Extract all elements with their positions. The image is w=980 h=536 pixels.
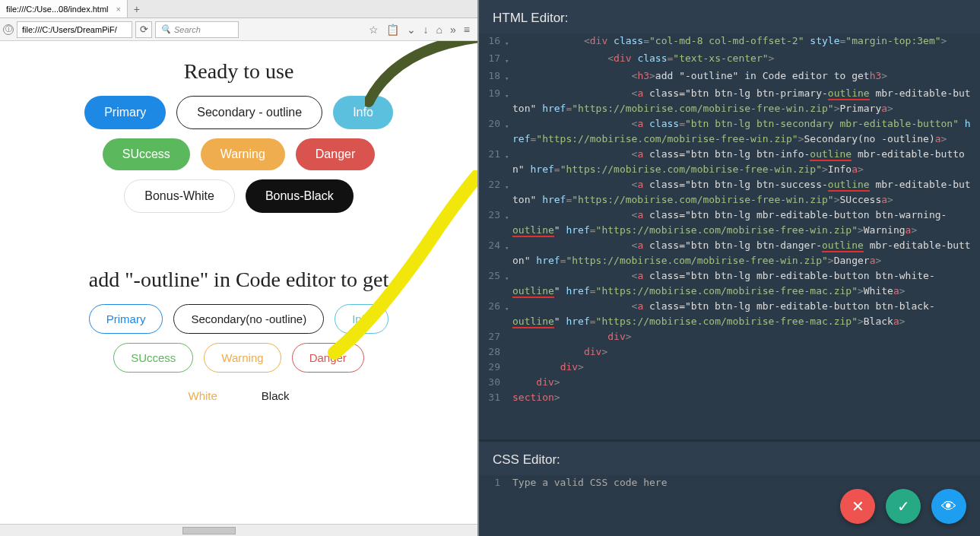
fold-icon[interactable]: ▾	[505, 68, 512, 86]
btn-danger[interactable]: Danger	[296, 138, 375, 170]
code-line[interactable]: 26▾ <a class="btn btn-lg mbr-editable-bu…	[479, 299, 980, 329]
site-info-icon[interactable]: ⓘ	[3, 24, 14, 35]
code-content: <a class="btn btn-lg btn-success-outline…	[512, 177, 980, 208]
overflow-icon[interactable]: »	[450, 24, 456, 36]
fold-icon[interactable]: ▾	[505, 268, 512, 286]
code-line[interactable]: 30 div>	[479, 375, 980, 390]
code-content: <a class="btn btn-lg btn-secondary mbr-e…	[512, 116, 980, 147]
bookmark-icon[interactable]: ☆	[369, 24, 379, 36]
code-content: div>	[512, 329, 980, 344]
code-content: <a class="btn btn-lg mbr-editable-button…	[512, 268, 980, 299]
line-number: 26	[479, 299, 505, 314]
downloads-icon[interactable]: ↓	[423, 24, 429, 36]
toolbar-icons: ☆ 📋 ⌄ ↓ ⌂ » ≡	[369, 24, 470, 36]
code-line[interactable]: 21▾ <a class="btn btn-lg btn-info-outlin…	[479, 147, 980, 177]
browser-window: file:///C:/Use...08/index.html × + ⓘ ⟳ 🔍…	[0, 0, 479, 536]
css-editor-title: CSS Editor:	[479, 442, 980, 475]
code-content: <h3>add "-outline" in Code editor to get…	[512, 68, 980, 84]
scrollbar-thumb[interactable]	[182, 527, 236, 534]
browser-tab[interactable]: file:///C:/Use...08/index.html ×	[0, 0, 128, 17]
fold-icon[interactable]	[505, 375, 512, 377]
code-line[interactable]: 18▾ <h3>add "-outline" in Code editor to…	[479, 68, 980, 86]
code-line[interactable]: 25▾ <a class="btn btn-lg mbr-editable-bu…	[479, 268, 980, 299]
code-line[interactable]: 27 div>	[479, 329, 980, 344]
line-number: 31	[479, 390, 505, 405]
fold-icon[interactable]: ▾	[505, 238, 512, 255]
close-tab-icon[interactable]: ×	[116, 5, 121, 14]
css-placeholder: Type a valid CSS code here	[512, 475, 980, 490]
btn-info-outline[interactable]: Info	[335, 304, 389, 334]
line-number: 24	[479, 238, 505, 253]
line-number: 27	[479, 329, 505, 344]
btn-success-outline[interactable]: SUccess	[113, 343, 193, 373]
fold-icon[interactable]: ▾	[505, 208, 512, 225]
tab-bar: file:///C:/Use...08/index.html × +	[0, 0, 477, 18]
line-number: 19	[479, 86, 505, 101]
fold-icon[interactable]	[505, 390, 512, 392]
page-content: Ready to use Primary Secondary - outline…	[0, 41, 477, 524]
clipboard-icon[interactable]: 📋	[386, 24, 399, 36]
btn-secondary-no-outline[interactable]: Secondary(no -outline)	[173, 304, 324, 334]
code-line[interactable]: 22▾ <a class="btn btn-lg btn-success-out…	[479, 177, 980, 208]
code-content: <div class="col-md-8 col-md-offset-2" st…	[512, 33, 980, 49]
fold-icon[interactable]: ▾	[505, 147, 512, 164]
btn-primary-outline[interactable]: Primary	[89, 304, 163, 334]
code-line[interactable]: 31section>	[479, 390, 980, 405]
code-line[interactable]: 17▾ <div class="text-xs-center">	[479, 51, 980, 68]
home-icon[interactable]: ⌂	[436, 24, 442, 36]
btn-secondary-outline[interactable]: Secondary - outline	[176, 96, 322, 129]
btn-primary[interactable]: Primary	[84, 96, 166, 129]
line-number: 16	[479, 33, 505, 49]
btn-bonus-black[interactable]: Bonus-Black	[246, 179, 354, 213]
search-box[interactable]: 🔍 Search	[155, 21, 239, 38]
fold-icon[interactable]: ▾	[505, 116, 512, 134]
code-line[interactable]: 28 div>	[479, 344, 980, 360]
url-bar: ⓘ ⟳ 🔍 Search ☆ 📋 ⌄ ↓ ⌂ » ≡	[0, 18, 477, 41]
new-tab-button[interactable]: +	[128, 0, 146, 17]
code-line[interactable]: 16▾ <div class="col-md-8 col-md-offset-2…	[479, 33, 980, 51]
code-content: section>	[512, 390, 980, 405]
code-content: <a class="btn btn-lg btn-primary-outline…	[512, 86, 980, 116]
fold-icon[interactable]: ▾	[505, 299, 512, 316]
fold-icon[interactable]	[505, 360, 512, 362]
code-line[interactable]: 20▾ <a class="btn btn-lg btn-secondary m…	[479, 116, 980, 147]
pocket-icon[interactable]: ⌄	[407, 24, 416, 36]
line-number: 28	[479, 344, 505, 360]
search-icon: 🔍	[160, 24, 171, 34]
horizontal-scrollbar[interactable]	[0, 524, 477, 536]
btn-info[interactable]: Info	[333, 96, 393, 129]
address-input[interactable]	[17, 21, 132, 38]
fold-icon[interactable]	[505, 344, 512, 347]
btn-warning[interactable]: Warning	[201, 138, 285, 170]
line-number: 18	[479, 68, 505, 84]
cancel-button[interactable]: ✕	[840, 489, 875, 524]
code-content: <div class="text-xs-center">	[512, 51, 980, 66]
btn-black-outline[interactable]: Black	[245, 382, 306, 410]
code-content: <a class="btn btn-lg btn-info-outline mb…	[512, 147, 980, 177]
code-content: <a class="btn btn-lg btn-danger-outline …	[512, 238, 980, 268]
menu-icon[interactable]: ≡	[464, 24, 470, 36]
fold-icon[interactable]: ▾	[505, 51, 512, 68]
line-number: 1	[479, 475, 505, 490]
reload-button[interactable]: ⟳	[135, 21, 152, 38]
btn-bonus-white[interactable]: Bonus-White	[124, 179, 235, 213]
btn-danger-outline[interactable]: Danger	[292, 343, 364, 373]
btn-white-outline[interactable]: White	[171, 382, 233, 410]
fold-icon[interactable]: ▾	[505, 177, 512, 195]
code-line[interactable]: 29 div>	[479, 360, 980, 375]
code-content: <a class="btn btn-lg mbr-editable-button…	[512, 299, 980, 329]
code-line[interactable]: 23▾ <a class="btn btn-lg mbr-editable-bu…	[479, 208, 980, 238]
fold-icon[interactable]	[505, 329, 512, 331]
fold-icon[interactable]: ▾	[505, 86, 512, 103]
code-line[interactable]: 19▾ <a class="btn btn-lg btn-primary-out…	[479, 86, 980, 116]
tab-title: file:///C:/Use...08/index.html	[6, 5, 109, 14]
preview-button[interactable]: 👁	[931, 489, 966, 524]
line-number: 17	[479, 51, 505, 66]
html-editor[interactable]: 16▾ <div class="col-md-8 col-md-offset-2…	[479, 33, 980, 439]
fold-icon[interactable]: ▾	[505, 33, 512, 51]
btn-warning-outline[interactable]: Warning	[204, 343, 281, 373]
btn-success[interactable]: SUccess	[103, 138, 190, 170]
code-line[interactable]: 24▾ <a class="btn btn-lg btn-danger-outl…	[479, 238, 980, 268]
code-content: <a class="btn btn-lg mbr-editable-button…	[512, 208, 980, 238]
accept-button[interactable]: ✓	[886, 489, 921, 524]
